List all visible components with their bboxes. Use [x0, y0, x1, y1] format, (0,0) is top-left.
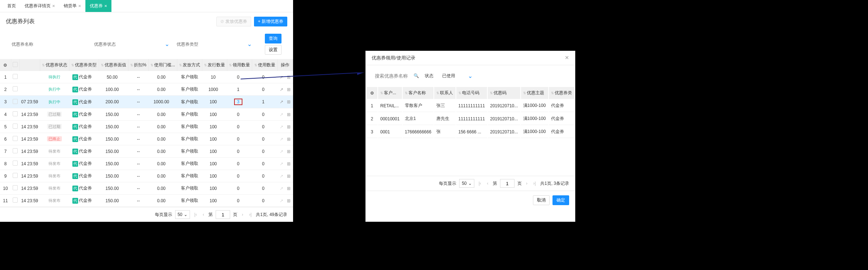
- share-icon[interactable]: ↗: [279, 149, 284, 154]
- tab-home[interactable]: 首页: [3, 0, 20, 12]
- coupon-type-column[interactable]: ⇅优惠券类: [549, 87, 574, 99]
- discount-column[interactable]: ⇅折扣%: [128, 59, 148, 71]
- distribute-button[interactable]: ⊘ 发放优惠券: [216, 17, 251, 26]
- status-column[interactable]: ⇅优惠券状态: [40, 59, 69, 71]
- share-icon[interactable]: ↗: [279, 198, 284, 203]
- coupon-code-column[interactable]: ⇅优惠码: [488, 87, 520, 99]
- row-checkbox[interactable]: [13, 136, 18, 141]
- add-coupon-button[interactable]: + 新增优惠券: [254, 17, 287, 26]
- query-button[interactable]: 查询: [265, 34, 281, 43]
- row-checkbox[interactable]: [13, 124, 18, 129]
- share-icon[interactable]: ↗: [279, 186, 284, 191]
- qr-icon[interactable]: ⊞: [286, 198, 291, 203]
- customer-code-column[interactable]: ⇅客户...: [378, 87, 402, 99]
- table-row[interactable]: 9 14 23:59 待发布 代代金券 150.00 -- 0.00 客户领取 …: [0, 170, 293, 182]
- share-icon[interactable]: ↗: [279, 161, 284, 166]
- filter-name-input[interactable]: [36, 40, 87, 49]
- row-checkbox[interactable]: [13, 99, 18, 104]
- qr-icon[interactable]: ⊞: [286, 112, 291, 117]
- page-input[interactable]: [216, 210, 230, 219]
- close-icon[interactable]: ✕: [104, 4, 107, 8]
- share-icon[interactable]: ↗: [279, 112, 284, 117]
- row-checkbox[interactable]: [13, 198, 18, 203]
- table-row[interactable]: 2 执行中 代代金券 100.00 -- 0.00 客户领取 1000 1 0 …: [0, 83, 293, 96]
- search-icon[interactable]: 🔍: [414, 73, 419, 78]
- row-checkbox[interactable]: [13, 161, 18, 166]
- row-checkbox[interactable]: [13, 86, 18, 91]
- close-icon[interactable]: ✕: [78, 4, 81, 8]
- qr-icon[interactable]: ⊞: [286, 161, 291, 166]
- table-row[interactable]: 3 0001 17666666666 张 156 6666 ... 201912…: [367, 126, 574, 138]
- qr-icon[interactable]: ⊞: [286, 99, 291, 104]
- row-checkbox[interactable]: [13, 185, 18, 190]
- distribute-column[interactable]: ⇅发放方式: [177, 59, 202, 71]
- table-row[interactable]: 8 14 23:59 待发布 代代金券 150.00 -- 0.00 客户领取 …: [0, 158, 293, 170]
- qr-icon[interactable]: ⊞: [286, 174, 291, 179]
- per-page-select[interactable]: 50⌄: [459, 179, 474, 188]
- table-row[interactable]: 11 14 23:59 待发布 代代金券 150.00 -- 0.00 客户领取…: [0, 195, 293, 207]
- table-row[interactable]: 4 14 23:59 已过期 代代金券 150.00 -- 0.00 客户领取 …: [0, 108, 293, 121]
- use-column[interactable]: ⇅使用数量: [252, 59, 277, 71]
- row-checkbox[interactable]: [13, 74, 18, 79]
- status-select[interactable]: 已使用⌄: [439, 71, 475, 80]
- table-row[interactable]: 6 14 23:59 已终止 代代金券 150.00 -- 0.00 客户领取 …: [0, 133, 293, 145]
- tab-detail[interactable]: 优惠券详情页✕: [20, 0, 59, 12]
- next-page-icon[interactable]: ›: [525, 181, 529, 186]
- claim-link[interactable]: 3: [234, 99, 242, 105]
- issue-column[interactable]: ⇅发行数量: [202, 59, 227, 71]
- search-input[interactable]: [372, 71, 415, 80]
- last-page-icon[interactable]: ›|: [532, 181, 537, 186]
- prev-page-icon[interactable]: ‹: [201, 212, 206, 217]
- contact-column[interactable]: ⇅联系人: [434, 87, 455, 99]
- first-page-icon[interactable]: |‹: [477, 181, 483, 186]
- table-row[interactable]: 1 RETAIL... 零散客户 张三 11111111111 20191207…: [367, 100, 574, 112]
- phone-column[interactable]: ⇅电话号码: [456, 87, 487, 99]
- table-row[interactable]: 7 14 23:59 待发布 代代金券 150.00 -- 0.00 客户领取 …: [0, 145, 293, 158]
- share-icon[interactable]: ↗: [279, 75, 284, 80]
- per-page-select[interactable]: 50⌄: [175, 210, 190, 219]
- threshold-column[interactable]: ⇅使用门槛...: [148, 59, 177, 71]
- settings-button[interactable]: 设置: [265, 45, 281, 55]
- filter-type-select[interactable]: ⌄: [201, 40, 252, 49]
- table-row[interactable]: 10 14 23:59 待发布 代代金券 150.00 -- 0.00 客户领取…: [0, 182, 293, 195]
- row-checkbox[interactable]: [13, 173, 18, 178]
- filter-status-select[interactable]: ⌄: [119, 40, 169, 49]
- share-icon[interactable]: ↗: [279, 99, 284, 104]
- share-icon[interactable]: ↗: [279, 174, 284, 179]
- table-row[interactable]: 3 07 23:59 执行中 代代金券 200.00 -- 1000.00 客户…: [0, 96, 293, 108]
- table-row[interactable]: 5 14 23:59 已过期 代代金券 150.00 -- 0.00 客户领取 …: [0, 121, 293, 133]
- tab-coupon[interactable]: 优惠券✕: [85, 0, 111, 12]
- close-icon[interactable]: ✕: [52, 4, 55, 8]
- qr-icon[interactable]: ⊞: [286, 87, 291, 92]
- row-checkbox[interactable]: [13, 111, 18, 116]
- tab-sales[interactable]: 销货单✕: [59, 0, 85, 12]
- first-page-icon[interactable]: |‹: [193, 212, 198, 217]
- share-icon[interactable]: ↗: [279, 87, 284, 92]
- share-icon[interactable]: ↗: [279, 137, 284, 142]
- customer-name-column[interactable]: ⇅客户名称: [403, 87, 434, 99]
- cancel-button[interactable]: 取消: [533, 195, 550, 205]
- select-all-checkbox[interactable]: [13, 62, 18, 67]
- type-column[interactable]: ⇅优惠券类型: [69, 59, 99, 71]
- last-page-icon[interactable]: ›|: [247, 212, 253, 217]
- row-checkbox[interactable]: [13, 148, 18, 153]
- qr-icon[interactable]: ⊞: [286, 137, 291, 142]
- next-page-icon[interactable]: ›: [240, 212, 245, 217]
- claim-column[interactable]: ⇅领用数量: [227, 59, 252, 71]
- time-column[interactable]: [20, 59, 40, 71]
- gear-column[interactable]: ⚙: [0, 59, 11, 71]
- coupon-subject-column[interactable]: ⇅优惠主题: [521, 87, 548, 99]
- table-row[interactable]: 2 00010001 北京1 唐先生 11111111111 201912071…: [367, 113, 574, 125]
- amount-column[interactable]: ⇅优惠券面值: [99, 59, 128, 71]
- page-input[interactable]: [500, 179, 515, 188]
- prev-page-icon[interactable]: ‹: [486, 181, 490, 186]
- table-row[interactable]: 1 待执行 代代金券 50.00 -- 0.00 客户领取 10 0 0 ↗⊞: [0, 71, 293, 83]
- share-icon[interactable]: ↗: [279, 124, 284, 129]
- qr-icon[interactable]: ⊞: [286, 75, 291, 80]
- confirm-button[interactable]: 确定: [552, 195, 569, 205]
- close-icon[interactable]: ✕: [565, 55, 569, 61]
- qr-icon[interactable]: ⊞: [286, 124, 291, 129]
- qr-icon[interactable]: ⊞: [286, 186, 291, 191]
- qr-icon[interactable]: ⊞: [286, 149, 291, 154]
- gear-column[interactable]: ⚙: [367, 87, 377, 99]
